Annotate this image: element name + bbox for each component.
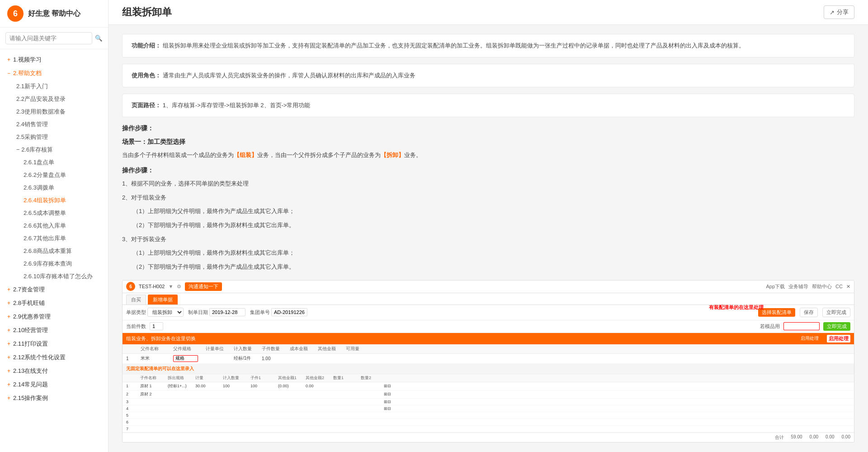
sidebar-item-video[interactable]: + 1.视频学习 bbox=[0, 53, 108, 67]
main-content: 功能介绍： 组装拆卸单用来处理企业组装或拆卸等加工业务，支持有固定装配清单的产品… bbox=[108, 25, 868, 452]
mock-lower-table-row-5: 5 bbox=[123, 412, 854, 419]
sidebar-item-docs-267[interactable]: 2.6.7其他出库单 bbox=[0, 232, 108, 245]
sidebar-item-docs-24[interactable]: 2.4销售管理 bbox=[0, 118, 108, 131]
annotation-label-2: 启用处理 bbox=[827, 335, 850, 343]
mock-top-bar: 6 TEST-H002 ▼ ⚙ 沟通通知一下 App下载 业务辅导 帮助中心 C… bbox=[123, 281, 854, 293]
annotation-label-3: 无固定装配清单的可以在这里录入 bbox=[126, 366, 194, 372]
sidebar-item-docs-210[interactable]: + 2.10经营管理 bbox=[0, 324, 108, 337]
mock-bill-input[interactable] bbox=[271, 308, 307, 316]
scene1-title: 场景一：加工类型选择 bbox=[122, 138, 854, 146]
sidebar-item-docs-268[interactable]: 2.6.8商品成本重算 bbox=[0, 245, 108, 257]
mock-app: 6 TEST-H002 ▼ ⚙ 沟通通知一下 App下载 业务辅导 帮助中心 C… bbox=[123, 281, 854, 442]
sidebar-item-docs-214[interactable]: + 2.14常见问题 bbox=[0, 378, 108, 391]
step3-1: （1）上部明细为父件明细，最终作为原材料生成其它出库单； bbox=[133, 247, 854, 259]
minus-icon-26: − bbox=[16, 146, 20, 153]
sidebar: 6 好生意 帮助中心 🔍 + 1.视频学习 − 2.帮助文档 2.1新手入门 2… bbox=[0, 0, 108, 452]
mock-upper-table-header: 父件名称 父件规格 计量单位 计入数量 子件数量 成本金额 其他金额 可用量 bbox=[123, 344, 854, 354]
mock-help-center: 帮助中心 bbox=[812, 283, 832, 290]
step2-2: （2）下部明细为子件明细，最终作为原材料生成其它出库单。 bbox=[133, 220, 854, 231]
mock-count-input[interactable] bbox=[150, 322, 163, 330]
sidebar-item-docs-25[interactable]: 2.5采购管理 bbox=[0, 131, 108, 143]
search-button[interactable]: 🔍 bbox=[95, 35, 103, 42]
sidebar-item-docs-263[interactable]: 2.6.3调拨单 bbox=[0, 181, 108, 194]
path-text: 1、库存核算->库存管理->组装拆卸单 2、首页->常用功能 bbox=[163, 102, 311, 109]
mock-top-right: App下载 业务辅导 帮助中心 CC ✕ bbox=[766, 283, 850, 290]
mock-tab-new[interactable]: 新增单据 bbox=[148, 295, 178, 305]
role-label: 使用角色： bbox=[132, 72, 161, 79]
func-intro-box: 功能介绍： 组装拆卸单用来处理企业组装或拆卸等加工业务，支持有固定装配清单的产品… bbox=[122, 34, 854, 57]
sidebar-item-docs[interactable]: − 2.帮助文档 bbox=[0, 67, 108, 80]
mock-logo: 6 bbox=[126, 282, 135, 291]
plus-icon: + bbox=[7, 57, 10, 63]
sidebar-item-docs-265[interactable]: 2.6.5成本调整单 bbox=[0, 207, 108, 219]
scene1-desc: 当由多个子件材料组装成一个成品的业务为【组装】业务，当由一个父件拆分成多个子产品… bbox=[122, 150, 854, 161]
step1: 1、根据不同的业务，选择不同单据的类型来处理 bbox=[122, 178, 854, 190]
mock-upper-table-row: 1 米米 经标/1件 1.00 bbox=[123, 354, 854, 364]
sidebar-item-docs-264[interactable]: 2.6.4组装拆卸单 bbox=[0, 194, 108, 207]
mock-biz-guide: 业务辅导 bbox=[788, 283, 808, 290]
mock-nav-tabs: 自买 新增单据 bbox=[123, 293, 854, 305]
mock-date-input[interactable] bbox=[209, 308, 245, 316]
share-button[interactable]: ↗ 分享 bbox=[824, 5, 854, 19]
mock-upper-spec-input[interactable] bbox=[173, 355, 198, 362]
mock-confirm-btn2[interactable]: 立即完成 bbox=[823, 322, 850, 331]
ops-title: 操作步骤： bbox=[122, 124, 854, 133]
mock-field-bill: 集团单号 bbox=[250, 308, 307, 316]
mock-lower-table-row-3: 3⊞⊟ bbox=[123, 399, 854, 405]
mock-footer-row: 合计 59.00 0.00 0.00 0.00 bbox=[123, 433, 854, 442]
mock-app-id: TEST-H002 bbox=[139, 284, 165, 289]
sidebar-item-docs-26[interactable]: − 2.6库存核算 bbox=[0, 143, 108, 156]
search-box: 🔍 bbox=[0, 28, 108, 49]
sidebar-item-docs-213[interactable]: + 2.13在线支付 bbox=[0, 364, 108, 378]
role-box: 使用角色： 通常由生产人员或库管人员完成拆装业务的操作，库管人员确认原材料的出库… bbox=[122, 64, 854, 87]
step3: 3、对于拆装业务 bbox=[122, 234, 854, 245]
mock-confirm-btn1[interactable]: 保存 bbox=[800, 308, 818, 317]
sidebar-item-docs-266[interactable]: 2.6.6其他入库单 bbox=[0, 219, 108, 232]
step3-2: （2）下部明细为子件明细，最终作为产成品生成其它入库单。 bbox=[133, 262, 854, 273]
main-header: 组装拆卸单 ↗ 分享 bbox=[108, 0, 868, 25]
sidebar-item-docs-2610[interactable]: 2.6.10库存账本错了怎么办 bbox=[0, 270, 108, 283]
mock-select-bom-btn[interactable]: 选择装配清单 bbox=[758, 308, 795, 317]
mock-avatar: CC bbox=[835, 284, 843, 289]
sidebar-item-docs-27[interactable]: + 2.7资金管理 bbox=[0, 283, 108, 296]
mock-type-select[interactable]: 组装拆卸 bbox=[147, 308, 184, 317]
sidebar-item-docs-29[interactable]: + 2.9优惠券管理 bbox=[0, 310, 108, 324]
role-text: 通常由生产人员或库管人员完成拆装业务的操作，库管人员确认原材料的出库和产成品的入… bbox=[163, 72, 415, 79]
mock-field-type: 单据类型 组装拆卸 bbox=[126, 308, 184, 317]
sidebar-item-docs-269[interactable]: 2.6.9库存账本查询 bbox=[0, 257, 108, 270]
sidebar-item-docs-23[interactable]: 2.3使用前数据准备 bbox=[0, 105, 108, 118]
mock-complete-btn1[interactable]: 立即完成 bbox=[822, 308, 850, 317]
mock-lower-table-row-4: 4⊞⊟ bbox=[123, 405, 854, 412]
step2-1: （1）上部明细为父件明细，最终作为产成品生成其它入库单； bbox=[133, 206, 854, 217]
mock-tab-zizhu[interactable]: 自买 bbox=[126, 295, 146, 305]
mock-model-input[interactable] bbox=[783, 322, 820, 330]
steps-title: 操作步骤： bbox=[122, 167, 854, 175]
func-intro-text: 组装拆卸单用来处理企业组装或拆卸等加工业务，支持有固定装配清单的产品加工业务，也… bbox=[163, 42, 745, 49]
mock-lower-table-row-6: 6 bbox=[123, 419, 854, 426]
sidebar-item-docs-262[interactable]: 2.6.2分量盘点单 bbox=[0, 169, 108, 181]
mock-lower-table-row-1: 1 原材 1 (经标1+...) 30.00 100 100 (0.00) 0.… bbox=[123, 382, 854, 390]
sidebar-item-docs-22[interactable]: 2.2产品安装及登录 bbox=[0, 93, 108, 105]
search-input[interactable] bbox=[5, 32, 92, 44]
screenshot-container: 6 TEST-H002 ▼ ⚙ 沟通通知一下 App下载 业务辅导 帮助中心 C… bbox=[122, 280, 854, 442]
mock-row2: 当前件数 若模品用 立即完成 bbox=[123, 320, 854, 333]
toggle-action: 启用处理 bbox=[801, 335, 819, 342]
mock-app-download: App下载 bbox=[766, 283, 785, 290]
logo-circle: 6 bbox=[7, 5, 24, 22]
sidebar-item-docs-28[interactable]: + 2.8手机旺铺 bbox=[0, 296, 108, 310]
main-area: 组装拆卸单 ↗ 分享 功能介绍： 组装拆卸单用来处理企业组装或拆卸等加工业务，支… bbox=[108, 0, 868, 452]
mock-lower-table-row-2: 2 原材 2 ⊞⊟ bbox=[123, 390, 854, 399]
plus-icon-210: + bbox=[7, 327, 10, 333]
sidebar-item-docs-215[interactable]: + 2.15操作案例 bbox=[0, 391, 108, 405]
mock-toggle-bar: 组装业务、拆卸业务在这里切换 启用处理 启用处理 bbox=[123, 333, 854, 344]
sidebar-item-docs-212[interactable]: + 2.12系统个性化设置 bbox=[0, 351, 108, 364]
sidebar-item-docs-261[interactable]: 2.6.1盘点单 bbox=[0, 156, 108, 169]
page-title: 组装拆卸单 bbox=[122, 5, 172, 19]
annotation-label-1: 有装配清单的在这里处理 bbox=[709, 304, 764, 311]
plus-icon-27: + bbox=[7, 286, 10, 293]
plus-icon-214: + bbox=[7, 381, 10, 388]
nav-tree: + 1.视频学习 − 2.帮助文档 2.1新手入门 2.2产品安装及登录 2.3… bbox=[0, 49, 108, 452]
sidebar-item-docs-21[interactable]: 2.1新手入门 bbox=[0, 80, 108, 93]
sidebar-item-docs-211[interactable]: + 2.11打印设置 bbox=[0, 337, 108, 351]
sidebar-header: 6 好生意 帮助中心 bbox=[0, 0, 108, 28]
